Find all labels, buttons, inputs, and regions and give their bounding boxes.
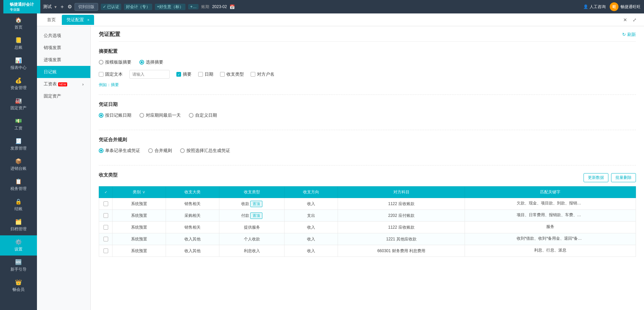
sidebar-item-purchase-sale[interactable]: 📦 进销台账 — [0, 155, 37, 175]
sidebar-item-tax[interactable]: 📋 税务管理 — [0, 175, 37, 195]
summary-config-title: 摘要配置 — [99, 48, 636, 54]
th-account: 对方科目 — [338, 187, 465, 198]
radio-select[interactable]: 选择摘要 — [139, 59, 163, 65]
sidebar-item-label: 归档管理 — [10, 226, 27, 232]
status-tag-pro: 好会计（专） — [124, 4, 152, 10]
income-expense-table: ✓ 类别 ∨ 收支大类 收支类型 收支方向 对方科目 匹配关键字 系 — [99, 186, 636, 257]
table-body: 系统预置 销售相关 收款 置顶 收入 1122 应收账款 欠款、现金、项目款、到… — [99, 198, 636, 257]
sidebar-item-home[interactable]: 🏠 首页 — [0, 13, 37, 34]
sidebar-item-archive[interactable]: 🗂️ 归档管理 — [0, 215, 37, 235]
tabbar-actions: ✕ ⤢ — [621, 16, 639, 23]
checkbox-party-box — [251, 72, 255, 77]
select-all-checkbox[interactable]: ✓ — [103, 190, 108, 195]
left-nav-item-purchase-invoice[interactable]: 进项发票 — [37, 54, 90, 66]
radio-daily-date[interactable]: 按日记账日期 — [99, 112, 131, 118]
row-checkbox-cell[interactable] — [99, 245, 113, 257]
row-checkbox-cell[interactable] — [99, 222, 113, 233]
th-big-type: 收支大类 — [166, 187, 219, 198]
checkbox-date[interactable]: 日期 — [198, 71, 213, 77]
salary-sheet-row: 工资表NEW › — [44, 81, 84, 87]
user-menu[interactable]: 旺 畅捷通旺旺 — [610, 2, 641, 11]
help-link[interactable]: 👤 人工咨询 — [583, 4, 606, 10]
row-account: 1122 应收账款 — [338, 222, 465, 233]
left-nav-item-daily-account[interactable]: 日记账 — [37, 66, 90, 78]
left-nav-item-sales-invoice[interactable]: 销项发票 — [37, 42, 90, 54]
sidebar-item-ledger[interactable]: 📒 总账 — [0, 34, 37, 54]
th-checkbox[interactable]: ✓ — [99, 187, 113, 198]
row-checkbox[interactable] — [103, 237, 108, 241]
settings-icon: ⚙️ — [15, 239, 22, 245]
settings-icon[interactable]: ⚙ — [68, 4, 72, 10]
sidebar-item-reports[interactable]: 📊 报表中心 — [0, 54, 37, 74]
row-checkbox-cell[interactable] — [99, 210, 113, 222]
sidebar-item-invoice-mgmt[interactable]: 🧾 发票管理 — [0, 134, 37, 155]
radio-total[interactable]: 按照选择汇总生成凭证 — [180, 148, 230, 154]
batch-delete-button[interactable]: 批量删除 — [611, 173, 636, 182]
row-checkbox-cell[interactable] — [99, 198, 113, 210]
sidebar-item-guide[interactable]: 🆕 新手引导 — [0, 256, 37, 276]
sidebar-item-funds[interactable]: 💰 资金管理 — [0, 74, 37, 94]
update-data-button[interactable]: 更新数据 — [584, 173, 608, 182]
expand-window-button[interactable]: ⤢ — [631, 16, 639, 23]
status-tag-more: +… — [188, 4, 199, 9]
left-nav-item-fixed-assets[interactable]: 固定资产 — [37, 90, 90, 102]
calendar-icon[interactable]: 📅 — [229, 4, 235, 9]
row-checkbox[interactable] — [103, 225, 108, 230]
row-keywords: 服务 — [465, 222, 636, 233]
sidebar-item-fixed-assets[interactable]: 🏭 固定资产 — [0, 94, 37, 114]
sidebar-item-member[interactable]: 👑 畅会员 — [0, 276, 37, 296]
left-nav-item-salary-sheet[interactable]: 工资表NEW › — [37, 78, 90, 90]
switch-old-version-button[interactable]: 切到旧版 — [75, 3, 98, 11]
sidebar-item-label: 资金管理 — [10, 85, 27, 91]
table-row: 系统预置 销售相关 提供服务 收入 1122 应收账款 服务 — [99, 222, 636, 233]
checkbox-type[interactable]: 收支类型 — [220, 71, 244, 77]
tab-voucher-config[interactable]: 凭证配置 × — [62, 15, 94, 25]
topbar: 畅捷通好会计 专业版 测试 ▾ ＋ ⚙ 切到旧版 ✓ 已认证 好会计（专） +好… — [0, 0, 644, 13]
reports-icon: 📊 — [15, 57, 22, 64]
status-tag-certified: ✓ 已认证 — [101, 4, 121, 10]
sidebar-item-salary[interactable]: 💵 工资 — [0, 114, 37, 134]
tab-home[interactable]: 首页 — [42, 15, 60, 25]
sidebar-item-label: 新手引导 — [10, 267, 27, 272]
row-checkbox[interactable] — [103, 213, 108, 218]
merge-rules-section: 凭证合并规则 单条记录生成凭证 合并规则 按照选择汇总生成凭证 — [99, 130, 636, 165]
row-type: 提供服务 — [219, 222, 285, 233]
left-nav: 公共选项 销项发票 进项发票 日记账 工资表NEW › 固定资产 — [37, 26, 91, 310]
radio-custom-date[interactable]: 自定义日期 — [189, 112, 217, 118]
sidebar-item-label: 发票管理 — [10, 146, 27, 151]
table-header: ✓ 类别 ∨ 收支大类 收支类型 收支方向 对方科目 匹配关键字 — [99, 187, 636, 198]
fixed-text-input[interactable] — [129, 70, 170, 79]
chevron-down-icon[interactable]: ▾ — [54, 4, 57, 9]
row-direction: 收入 — [285, 245, 338, 257]
sidebar-item-label: 结账 — [14, 206, 23, 212]
left-nav-item-public[interactable]: 公共选项 — [37, 30, 90, 42]
purchase-sale-icon: 📦 — [15, 158, 22, 164]
row-big-type: 收入其他 — [166, 233, 219, 245]
expand-arrow-icon: › — [82, 82, 84, 87]
checkbox-fixed-text[interactable]: 固定文本 — [99, 71, 123, 77]
radio-merge[interactable]: 合并规则 — [148, 148, 172, 154]
row-checkbox[interactable] — [103, 201, 108, 206]
tax-icon: 📋 — [15, 178, 22, 185]
row-checkbox[interactable] — [103, 248, 108, 253]
voucher-date-radio-group: 按日记账日期 对应期间最后一天 自定义日期 — [99, 112, 636, 118]
row-checkbox-cell[interactable] — [99, 233, 113, 245]
row-big-type: 销售相关 — [166, 222, 219, 233]
add-icon[interactable]: ＋ — [59, 3, 65, 10]
refresh-button[interactable]: ↻ 刷新 — [622, 32, 636, 38]
checkbox-type-box — [220, 72, 225, 77]
guide-icon: 🆕 — [15, 259, 22, 265]
main: 首页 凭证配置 × ✕ ⤢ 公共选项 销项发票 进项发票 日记账 工资表NEW … — [37, 13, 644, 310]
sidebar-item-closing[interactable]: 🔒 结账 — [0, 195, 37, 215]
close-window-button[interactable]: ✕ — [621, 16, 629, 23]
tab-close-icon[interactable]: × — [87, 18, 89, 22]
sidebar-item-settings[interactable]: ⚙️ 设置 — [0, 235, 37, 256]
checkbox-party[interactable]: 对方户名 — [251, 71, 274, 77]
checkbox-fixed-text-box — [99, 72, 103, 77]
radio-last-day[interactable]: 对应期间最后一天 — [139, 112, 181, 118]
tabbar: 首页 凭证配置 × ✕ ⤢ — [37, 13, 644, 26]
radio-template[interactable]: 按模板版摘要 — [99, 59, 131, 65]
radio-single[interactable]: 单条记录生成凭证 — [99, 148, 140, 154]
table-row: 系统预置 收入其他 利息收入 收入 660301 财务费用 利息费用 利息、行息… — [99, 245, 636, 257]
checkbox-summary[interactable]: ✓ 摘要 — [176, 71, 191, 77]
